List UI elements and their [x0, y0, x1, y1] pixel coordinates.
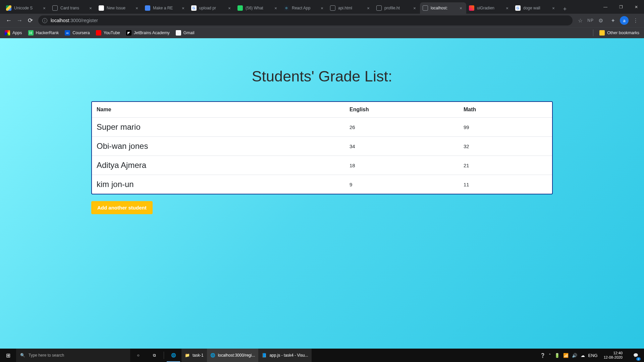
cell-name: kim jon-un: [92, 175, 345, 194]
grades-table: Name English Math Super mario 26 99 Obi-…: [91, 101, 553, 194]
gear-icon[interactable]: ⚙: [596, 15, 606, 25]
tab-doge[interactable]: Gdoge wall×: [513, 2, 559, 14]
window-controls: — ❐ ✕: [598, 0, 644, 14]
bookmark-star-icon[interactable]: ☆: [575, 15, 585, 25]
minimize-button[interactable]: —: [598, 0, 613, 14]
taskbar-search[interactable]: 🔍 Type here to search: [16, 349, 130, 362]
profile-avatar[interactable]: a: [620, 16, 629, 25]
cell-math: 21: [459, 156, 552, 175]
tab-unicode[interactable]: Unicode S×: [3, 2, 50, 14]
add-student-button[interactable]: Add another student: [91, 201, 153, 214]
start-button[interactable]: ⊞: [0, 349, 16, 362]
globe-icon: [423, 5, 428, 11]
close-icon[interactable]: ×: [227, 5, 232, 11]
chrome-icon: 🌐: [210, 353, 215, 358]
wifi-icon[interactable]: 📶: [563, 353, 569, 358]
close-icon[interactable]: ×: [504, 5, 510, 11]
help-icon[interactable]: ❔: [540, 353, 545, 358]
tab-whatsapp[interactable]: (56) What×: [235, 2, 281, 14]
language-indicator[interactable]: ENG: [588, 353, 598, 358]
drive-icon: [6, 5, 11, 11]
battery-icon[interactable]: 🔋: [554, 353, 560, 358]
doc-icon: [145, 5, 150, 11]
cell-name: Obi-wan jones: [92, 137, 345, 156]
taskbar-clock[interactable]: 12:40 12-08-2020: [601, 351, 625, 360]
close-icon[interactable]: ×: [134, 5, 140, 11]
tab-card[interactable]: Card trans×: [50, 2, 96, 14]
new-tab-button[interactable]: +: [560, 4, 570, 14]
close-icon[interactable]: ×: [180, 5, 186, 11]
chevron-up-icon[interactable]: ˄: [549, 353, 551, 358]
site-info-icon[interactable]: i: [42, 18, 47, 23]
tab-uigradients[interactable]: uiGradien×: [466, 2, 513, 14]
whatsapp-icon: [237, 5, 243, 11]
vscode-icon: 📘: [262, 353, 267, 358]
cell-math: 99: [459, 118, 552, 137]
forward-button[interactable]: →: [14, 15, 25, 26]
onedrive-icon[interactable]: ☁: [581, 353, 585, 358]
tab-upload[interactable]: Gupload pr×: [189, 2, 235, 14]
table-row: kim jon-un 9 11: [92, 175, 552, 194]
reload-button[interactable]: ⟳: [25, 15, 36, 26]
tab-localhost[interactable]: localhost:×: [420, 2, 466, 14]
page-title: Students' Grade List:: [0, 68, 644, 85]
bookmark-hackerrank[interactable]: HHackerRank: [28, 30, 59, 36]
cell-english: 9: [345, 175, 459, 194]
folder-icon: [599, 30, 605, 36]
bookmark-jetbrains[interactable]: ◤JetBrains Academy: [126, 30, 170, 36]
tab-api[interactable]: api.html×: [327, 2, 374, 14]
chrome-pinned-icon[interactable]: 🌐: [165, 349, 181, 362]
cortana-icon[interactable]: ○: [130, 349, 146, 362]
bookmark-separator: [593, 29, 593, 36]
bookmark-gmail[interactable]: MGmail: [176, 30, 195, 36]
url-text: localhost:3000/register: [51, 18, 98, 23]
close-icon[interactable]: ×: [551, 5, 556, 11]
col-name: Name: [92, 102, 345, 118]
github-icon: [99, 5, 104, 11]
globe-icon: [330, 5, 335, 11]
address-bar: ← → ⟳ i localhost:3000/register ☆ NP ⚙ ✦…: [0, 14, 644, 27]
youtube-icon: [96, 30, 101, 36]
taskbar-item-task1[interactable]: 📁task-1: [181, 349, 207, 362]
google-icon: G: [191, 5, 197, 11]
gmail-icon: M: [176, 30, 181, 36]
close-icon[interactable]: ×: [319, 5, 325, 11]
maximize-button[interactable]: ❐: [613, 0, 629, 14]
bookmarks-bar: Apps HHackerRank ∞Coursera YouTube ◤JetB…: [0, 27, 644, 38]
np-badge[interactable]: NP: [587, 18, 594, 23]
close-icon[interactable]: ×: [273, 5, 278, 11]
bookmark-coursera[interactable]: ∞Coursera: [65, 30, 90, 36]
cell-english: 34: [345, 137, 459, 156]
tab-react[interactable]: ⚛React App×: [281, 2, 327, 14]
url-input[interactable]: i localhost:3000/register: [38, 15, 573, 25]
taskbar-item-chrome[interactable]: 🌐localhost:3000/regi...: [207, 349, 259, 362]
menu-icon[interactable]: ⋮: [631, 15, 641, 25]
task-view-icon[interactable]: ⧉: [146, 349, 162, 362]
table-row: Super mario 26 99: [92, 118, 552, 137]
notifications-button[interactable]: 💬2: [629, 349, 643, 362]
bookmark-youtube[interactable]: YouTube: [96, 30, 120, 36]
tab-profile[interactable]: profile.ht×: [374, 2, 420, 14]
tab-make[interactable]: Make a RE×: [142, 2, 189, 14]
bookmark-apps[interactable]: Apps: [5, 30, 22, 36]
cell-name: Super mario: [92, 118, 345, 137]
globe-icon: [52, 5, 58, 11]
volume-icon[interactable]: 🔊: [572, 353, 577, 358]
tab-github[interactable]: New Issue×: [96, 2, 142, 14]
other-bookmarks[interactable]: Other bookmarks: [599, 30, 639, 36]
back-button[interactable]: ←: [3, 15, 14, 26]
tab-strip: Unicode S× Card trans× New Issue× Make a…: [0, 0, 644, 14]
close-icon[interactable]: ×: [366, 5, 371, 11]
taskbar: ⊞ 🔍 Type here to search ○ ⧉ 🌐 📁task-1 🌐l…: [0, 349, 644, 362]
page-viewport[interactable]: Students' Grade List: Name English Math …: [0, 38, 644, 349]
close-icon[interactable]: ×: [42, 5, 47, 11]
extensions-icon[interactable]: ✦: [608, 15, 618, 25]
search-icon: 🔍: [20, 353, 25, 358]
taskbar-item-vscode[interactable]: 📘app.js - task4 - Visu...: [258, 349, 311, 362]
cell-name: Aditya Ajmera: [92, 156, 345, 175]
close-icon[interactable]: ×: [458, 5, 464, 11]
close-icon[interactable]: ×: [88, 5, 93, 11]
close-icon[interactable]: ×: [412, 5, 417, 11]
close-window-button[interactable]: ✕: [629, 0, 644, 14]
system-tray: ❔ ˄ 🔋 📶 🔊 ☁ ENG 12:40 12-08-2020 💬2: [540, 349, 644, 362]
